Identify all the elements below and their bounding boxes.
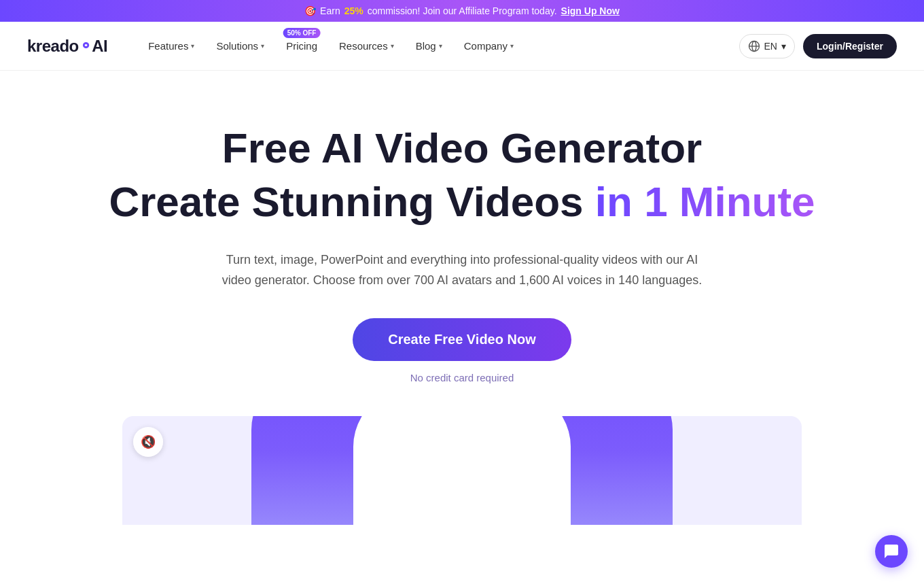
nav-item-features[interactable]: Features ▾ [140,35,202,57]
create-free-video-button[interactable]: Create Free Video Now [353,318,571,361]
logo[interactable]: kreado⚬AI [27,37,107,56]
logo-dot: ⚬ [79,37,92,55]
banner-highlight: 25% [344,5,363,16]
chevron-down-icon: ▾ [781,41,786,52]
banner-prefix: Earn [320,5,340,16]
video-arch-inner [353,416,571,525]
navbar: kreado⚬AI Features ▾ Solutions ▾ 50% OFF… [0,22,924,71]
logo-ai: AI [92,37,107,55]
hero-title-line2: Create Stunning Videos in 1 Minute [14,177,910,227]
announcement-banner: 🎯 Earn 25% commission! Join our Affiliat… [0,0,924,22]
chat-icon [883,543,900,552]
hero-title-accent: in 1 Minute [595,178,815,225]
nav-item-company[interactable]: Company ▾ [456,35,522,57]
chevron-down-icon: ▾ [191,42,194,50]
nav-features-label: Features [148,40,188,52]
login-register-button[interactable]: Login/Register [803,34,897,58]
chevron-down-icon: ▾ [261,42,264,50]
nav-item-resources[interactable]: Resources ▾ [331,35,402,57]
hero-title-line1: Free AI Video Generator [14,125,910,171]
video-preview: 🔇 [122,416,802,525]
nav-item-blog[interactable]: Blog ▾ [408,35,450,57]
nav-solutions-label: Solutions [216,40,258,52]
hero-section: Free AI Video Generator Create Stunning … [0,71,924,552]
language-label: EN [764,41,777,52]
nav-item-pricing[interactable]: 50% OFF Pricing [278,35,325,57]
nav-resources-label: Resources [339,40,388,52]
banner-signup-link[interactable]: Sign Up Now [561,5,620,16]
hero-subtitle: Turn text, image, PowerPoint and everyth… [217,250,707,291]
nav-blog-label: Blog [416,40,436,52]
banner-icon: 🎯 [304,5,316,16]
banner-suffix: commission! Join our Affiliate Program t… [368,5,557,16]
nav-links: Features ▾ Solutions ▾ 50% OFF Pricing R… [140,35,739,57]
nav-right: EN ▾ Login/Register [739,34,897,58]
chevron-down-icon: ▾ [439,42,442,50]
logo-text: kreado⚬AI [27,37,107,56]
chevron-down-icon: ▾ [391,42,394,50]
language-selector[interactable]: EN ▾ [739,34,795,58]
pricing-badge: 50% OFF [283,28,321,38]
nav-pricing-label: Pricing [286,40,317,52]
no-credit-text: No credit card required [14,372,910,383]
video-inner: 🔇 [122,416,802,525]
nav-company-label: Company [464,40,508,52]
globe-icon [748,40,760,52]
mute-icon: 🔇 [141,434,156,449]
chevron-down-icon: ▾ [510,42,514,50]
hero-title-prefix: Create Stunning Videos [109,178,594,225]
nav-item-solutions[interactable]: Solutions ▾ [208,35,272,57]
mute-button[interactable]: 🔇 [133,427,163,457]
